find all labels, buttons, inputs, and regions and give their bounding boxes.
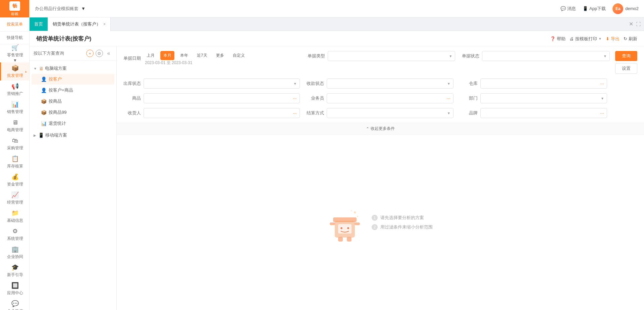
scheme-item-customer-product[interactable]: 👤 按客户+商品 bbox=[32, 85, 114, 96]
payment-input[interactable]: ▼ bbox=[327, 108, 453, 118]
warehouse-input[interactable]: ··· bbox=[480, 79, 607, 89]
search-menu-label[interactable]: 搜索菜单 bbox=[2, 20, 27, 29]
scheme-group-desktop-header[interactable]: ▼ 🖥 电脑端方案 bbox=[30, 63, 116, 73]
collapse-scheme-button[interactable]: « bbox=[105, 50, 112, 57]
wholesale-icon: 📦 bbox=[11, 64, 19, 72]
tab-sales-stats[interactable]: 销货单统计表（按客户） × bbox=[48, 17, 111, 31]
quick-nav-label[interactable]: 快捷导航 bbox=[0, 34, 29, 42]
salesperson-input[interactable]: ··· bbox=[327, 93, 453, 103]
sidebar-item-wholesale[interactable]: 📦 批发管理 bbox=[0, 62, 29, 81]
settings-scheme-button[interactable]: ⚙ bbox=[96, 50, 103, 57]
sidebar-item-finance[interactable]: 💰 资金管理 bbox=[0, 171, 29, 189]
svg-rect-7 bbox=[330, 222, 335, 225]
message-button[interactable]: 💬 消息 bbox=[560, 6, 576, 12]
doc-status-input[interactable]: ▼ bbox=[482, 51, 610, 61]
scheme-group-desktop: ▼ 🖥 电脑端方案 👤 按客户 👤 按客户+商品 bbox=[30, 63, 116, 129]
enterprise-label: 企业协同 bbox=[7, 254, 23, 260]
add-scheme-button[interactable]: + bbox=[86, 50, 94, 57]
empty-tip-1: 1 请先选择要分析的方案 bbox=[372, 215, 433, 221]
doc-type-input[interactable]: ▼ bbox=[328, 51, 455, 61]
product-scheme-icon: 📦 bbox=[41, 99, 47, 104]
query-button[interactable]: 查询 bbox=[615, 51, 637, 61]
breadcrumb-arrow-icon[interactable]: ▼ bbox=[81, 6, 86, 11]
sidebar-logo: 畅 标账 bbox=[0, 0, 29, 17]
sidebar-item-retail[interactable]: 🛒 零售管理 bbox=[0, 44, 29, 62]
collapse-more-row[interactable]: ⌃ 收起更多条件 bbox=[117, 123, 644, 135]
date-btn-this-month[interactable]: 本月 bbox=[160, 51, 174, 60]
sidebar-item-marketing[interactable]: 📢 营销推广 bbox=[0, 81, 29, 99]
sidebar-item-newbie[interactable]: 🎓 新手引导 bbox=[0, 262, 29, 280]
sidebar-item-purchase[interactable]: 🛍 采购管理 bbox=[0, 135, 29, 153]
scheme-group-mobile: ▶ 📱 移动端方案 bbox=[30, 130, 116, 140]
wholesale-label: 批发管理 bbox=[7, 73, 23, 79]
sidebar-item-basic[interactable]: 📁 基础信息 bbox=[0, 207, 29, 225]
scheme-item-by-product99[interactable]: 📦 按商品99 bbox=[32, 107, 114, 118]
out-status-input[interactable]: ▼ bbox=[144, 79, 300, 89]
customer-scheme-icon: 👤 bbox=[41, 76, 47, 82]
user-menu-button[interactable]: Ea demo2 bbox=[612, 3, 639, 14]
tab-close-icon[interactable]: × bbox=[103, 22, 106, 26]
print-button[interactable]: 🖨 按模板打印 ▼ bbox=[570, 36, 602, 42]
scheme-item-by-customer[interactable]: 👤 按客户 bbox=[32, 74, 114, 85]
date-btn-more[interactable]: 更多 bbox=[213, 51, 227, 60]
marketing-label: 营销推广 bbox=[7, 91, 23, 97]
product99-scheme-icon: 📦 bbox=[41, 110, 47, 115]
sidebar-item-ecommerce[interactable]: 🖥 电商管理 bbox=[0, 117, 29, 135]
scheme-item-return-stats[interactable]: 📊 退货统计 bbox=[32, 118, 114, 129]
export-button[interactable]: ⬇ 导出 bbox=[606, 36, 620, 42]
print-arrow-icon[interactable]: ▼ bbox=[598, 37, 602, 41]
header-left: 办公用品行业模拟账套 ▼ bbox=[35, 6, 86, 12]
sidebar-item-sales[interactable]: 📊 销售管理 bbox=[0, 99, 29, 117]
empty-tip-2: 2 用过滤条件来缩小分析范围 bbox=[372, 224, 433, 230]
sidebar-item-appcenter[interactable]: 🔲 应用中心 bbox=[0, 280, 29, 298]
refresh-button[interactable]: ↻ 刷新 bbox=[624, 36, 637, 42]
newbie-label: 新手引导 bbox=[7, 272, 23, 278]
date-btn-custom[interactable]: 自定义 bbox=[230, 51, 248, 60]
scheme-header: 按以下方案查询 + ⚙ « bbox=[30, 46, 116, 61]
app-download-button[interactable]: 📱 App下载 bbox=[583, 6, 606, 12]
retail-icon: 🛒 bbox=[11, 44, 19, 51]
logo-sub-label: 标账 bbox=[11, 11, 18, 16]
salesperson-dots-icon[interactable]: ··· bbox=[446, 96, 450, 101]
receiver-input[interactable]: ··· bbox=[144, 108, 300, 118]
desktop-group-icon: 🖥 bbox=[39, 66, 44, 71]
collect-status-arrow-icon: ▼ bbox=[447, 82, 450, 86]
department-input[interactable]: ▼ bbox=[480, 93, 607, 103]
collect-status-input[interactable]: ▼ bbox=[327, 79, 453, 89]
sidebar-search[interactable]: 搜索菜单 bbox=[0, 17, 29, 32]
date-btn-7days[interactable]: 近7天 bbox=[194, 51, 210, 60]
collapse-chevron-icon: ⌃ bbox=[366, 126, 369, 131]
product-scheme-label: 按商品 bbox=[49, 98, 62, 104]
inventory-label: 库存核算 bbox=[7, 163, 23, 169]
payment-arrow-icon: ▼ bbox=[447, 111, 450, 115]
scheme-item-by-product[interactable]: 📦 按商品 bbox=[32, 96, 114, 107]
sidebar-item-enterprise[interactable]: 🏢 企业协同 bbox=[0, 244, 29, 262]
app-download-label: App下载 bbox=[589, 6, 606, 12]
out-status-arrow-icon: ▼ bbox=[293, 82, 297, 86]
sidebar: 畅 标账 搜索菜单 快捷导航 🛒 零售管理 📦 批发管理 📢 营销推广 📊 销售… bbox=[0, 0, 30, 310]
date-btn-this-year[interactable]: 本年 bbox=[177, 51, 191, 60]
product-input[interactable]: ··· bbox=[144, 93, 300, 103]
brand-dots-icon[interactable]: ··· bbox=[600, 110, 604, 116]
warehouse-label: 仓库 bbox=[460, 81, 480, 87]
system-icon: ⚙ bbox=[12, 227, 18, 235]
window-maximize-icon[interactable]: ⛶ bbox=[636, 21, 641, 27]
sidebar-item-corpwechat[interactable]: 💬 企业微信 bbox=[0, 298, 29, 310]
sidebar-item-operations[interactable]: 📈 经营管理 bbox=[0, 189, 29, 207]
sidebar-item-inventory[interactable]: 📋 库存核算 bbox=[0, 153, 29, 171]
logo-icon: 畅 bbox=[12, 3, 17, 9]
scheme-group-mobile-header[interactable]: ▶ 📱 移动端方案 bbox=[30, 130, 116, 140]
date-btn-last-month[interactable]: 上月 bbox=[144, 51, 158, 60]
scheme-header-title: 按以下方案查询 bbox=[34, 50, 64, 56]
help-icon: ❓ bbox=[550, 36, 555, 41]
receiver-dots-icon[interactable]: ··· bbox=[293, 110, 297, 116]
brand-input[interactable]: ··· bbox=[480, 108, 607, 118]
window-close-icon[interactable]: ✕ bbox=[629, 21, 633, 27]
settings-button[interactable]: 设置 bbox=[615, 63, 637, 74]
help-label: 帮助 bbox=[557, 36, 566, 42]
warehouse-dots-icon[interactable]: ··· bbox=[600, 81, 604, 86]
help-button[interactable]: ❓ 帮助 bbox=[550, 36, 566, 42]
sidebar-item-system[interactable]: ⚙ 系统管理 bbox=[0, 225, 29, 244]
product-dots-icon[interactable]: ··· bbox=[293, 96, 297, 101]
tab-home[interactable]: 首页 bbox=[30, 17, 48, 31]
